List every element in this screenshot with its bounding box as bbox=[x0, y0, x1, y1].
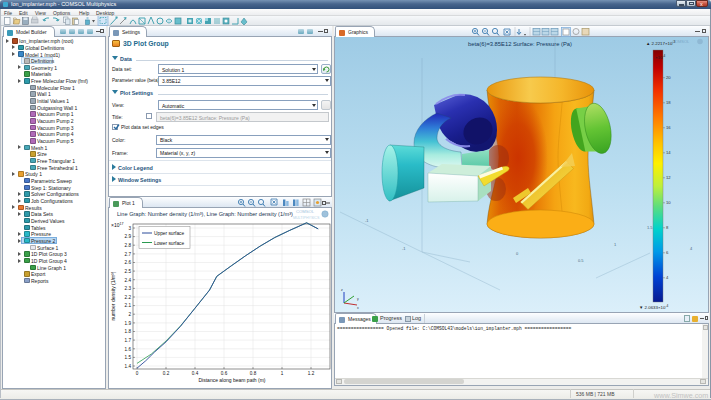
svg-text:Line Graph: Number density (1/: Line Graph: Number density (1/m³), Line … bbox=[117, 211, 293, 217]
svg-text:10: 10 bbox=[666, 200, 671, 205]
svg-text:x: x bbox=[357, 306, 359, 310]
svg-text:COMSOL: COMSOL bbox=[296, 209, 315, 214]
svg-text:1.5: 1.5 bbox=[125, 355, 132, 360]
svg-text:0.8: 0.8 bbox=[250, 371, 257, 376]
svg-text:Distance along beam path (m): Distance along beam path (m) bbox=[199, 377, 266, 383]
svg-text:2.6: 2.6 bbox=[125, 260, 132, 265]
svg-text:number density (1/m³): number density (1/m³) bbox=[110, 271, 116, 320]
svg-text:×1017: ×1017 bbox=[111, 222, 123, 228]
svg-text:1.9: 1.9 bbox=[125, 321, 132, 326]
svg-text:2.2: 2.2 bbox=[125, 295, 132, 300]
svg-text:1: 1 bbox=[281, 371, 284, 376]
svg-text:y: y bbox=[357, 297, 359, 301]
svg-text:1.2: 1.2 bbox=[308, 371, 315, 376]
svg-text:0.2: 0.2 bbox=[163, 371, 170, 376]
svg-text:1.7: 1.7 bbox=[125, 338, 132, 343]
svg-text:0.4: 0.4 bbox=[192, 371, 199, 376]
svg-text:Upper surface: Upper surface bbox=[154, 231, 184, 236]
svg-text:z: z bbox=[341, 288, 343, 292]
svg-text:2.1: 2.1 bbox=[125, 303, 132, 308]
svg-text:2.4: 2.4 bbox=[125, 278, 132, 283]
svg-text:0: 0 bbox=[136, 371, 139, 376]
svg-text:Lower surface: Lower surface bbox=[154, 241, 184, 246]
svg-text:MULTIPHYSICS: MULTIPHYSICS bbox=[293, 216, 320, 220]
svg-text:18: 18 bbox=[666, 100, 671, 105]
svg-text:2: 2 bbox=[128, 312, 131, 317]
svg-text:2.9: 2.9 bbox=[125, 234, 132, 239]
svg-text:14: 14 bbox=[666, 150, 671, 155]
svg-text:16: 16 bbox=[666, 125, 671, 130]
svg-text:▲ 2.2217×10-3: ▲ 2.2217×10-3 bbox=[646, 40, 676, 46]
svg-text:1.4: 1.4 bbox=[125, 364, 132, 369]
svg-text:2.3: 2.3 bbox=[125, 286, 132, 291]
svg-text:beta(6)=3.85E12 Surface: Pre: beta(6)=3.85E12 Surface: Pressure (Pa) bbox=[468, 41, 572, 47]
svg-text:2.5: 2.5 bbox=[125, 269, 132, 274]
svg-text:▼ 2.0633×10-4: ▼ 2.0633×10-4 bbox=[639, 304, 669, 310]
svg-text:20: 20 bbox=[666, 75, 671, 80]
svg-text:0.5: 0.5 bbox=[578, 258, 584, 263]
svg-text:0.6: 0.6 bbox=[221, 371, 228, 376]
svg-text:3: 3 bbox=[128, 226, 131, 231]
svg-text:12: 12 bbox=[666, 175, 671, 180]
svg-text:1.8: 1.8 bbox=[125, 329, 132, 334]
svg-text:1.6: 1.6 bbox=[125, 347, 132, 352]
svg-text:1.5: 1.5 bbox=[647, 225, 653, 230]
svg-text:2.7: 2.7 bbox=[125, 252, 132, 257]
svg-text:2.8: 2.8 bbox=[125, 243, 132, 248]
